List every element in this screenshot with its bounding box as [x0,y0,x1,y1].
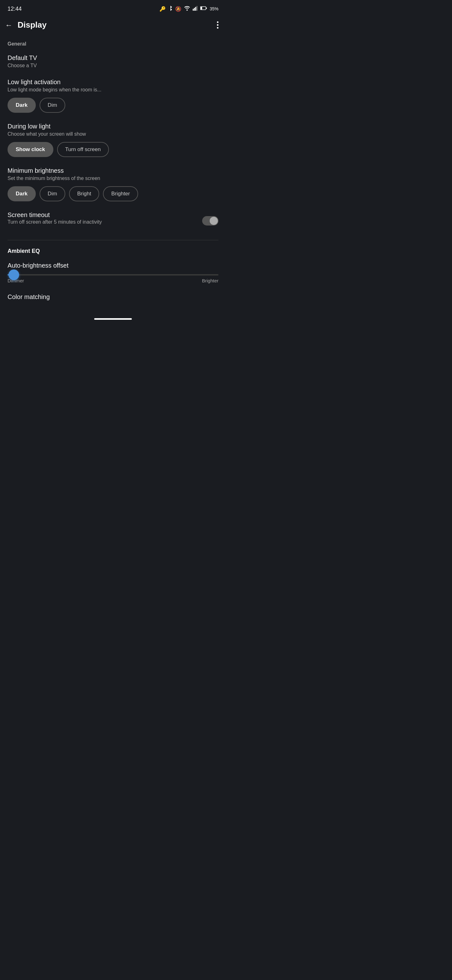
low-light-dark-button[interactable]: Dark [8,98,36,113]
slider-labels: Dimmer Brighter [8,278,219,283]
brightness-dim-button[interactable]: Dim [40,186,65,201]
general-section-label: General [8,41,219,47]
low-light-activation-buttons: Dark Dim [8,98,219,113]
color-matching-item: Color matching [8,293,219,301]
brightness-slider-container: Dimmer Brighter [8,274,219,283]
svg-rect-0 [193,9,193,11]
home-indicator[interactable] [94,318,132,320]
default-tv-title: Default TV [8,54,219,62]
minimum-brightness-title: Minimum brightness [8,167,219,174]
brightness-dark-button[interactable]: Dark [8,186,36,201]
brightness-brighter-button[interactable]: Brighter [103,186,138,201]
battery-icon [200,6,207,12]
app-header: ← Display [0,16,226,36]
auto-brightness-title: Auto-brightness offset [8,262,219,269]
content-area: General Default TV Choose a TV Low light… [0,36,226,313]
signal-icon [193,6,198,12]
bottom-nav-bar [0,313,226,323]
turn-off-screen-button[interactable]: Turn off screen [57,142,109,157]
auto-brightness-offset-item: Auto-brightness offset Dimmer Brighter [8,262,219,283]
low-light-dim-button[interactable]: Dim [40,98,65,113]
screen-timeout-subtitle: Turn off screen after 5 minutes of inact… [8,219,102,225]
minimum-brightness-buttons: Dark Dim Bright Brighter [8,186,219,201]
key-icon: 🔑 [159,6,166,12]
during-low-light-title: During low light [8,123,219,130]
slider-track [8,274,219,275]
screen-timeout-item: Screen timeout Turn off screen after 5 m… [8,212,219,230]
show-clock-button[interactable]: Show clock [8,142,53,157]
svg-rect-5 [206,8,207,9]
status-bar: 12:44 🔑 🔕 [0,0,226,16]
color-matching-title: Color matching [8,293,219,301]
status-icons: 🔑 🔕 [159,5,219,12]
svg-rect-3 [197,6,197,11]
page-title: Display [17,20,211,30]
more-options-button[interactable] [216,20,220,30]
slider-max-label: Brighter [202,278,219,283]
low-light-activation-item: Low light activation Low light mode begi… [8,78,219,113]
svg-rect-2 [195,7,196,11]
brightness-bright-button[interactable]: Bright [69,186,99,201]
section-divider [8,240,219,240]
low-light-activation-subtitle: Low light mode begins when the room is..… [8,87,219,93]
status-time: 12:44 [8,6,22,12]
wifi-icon [184,6,190,12]
screen-timeout-toggle[interactable] [202,216,219,226]
svg-rect-6 [201,7,202,10]
mute-icon: 🔕 [175,6,181,12]
low-light-activation-title: Low light activation [8,78,219,86]
during-low-light-item: During low light Choose what your screen… [8,123,219,157]
screen-timeout-text: Screen timeout Turn off screen after 5 m… [8,212,102,230]
battery-percent: 35% [210,6,219,11]
bluetooth-icon [168,5,173,12]
back-button[interactable]: ← [5,21,13,30]
screen-timeout-row: Screen timeout Turn off screen after 5 m… [8,212,219,230]
during-low-light-buttons: Show clock Turn off screen [8,142,219,157]
svg-rect-1 [194,8,195,11]
minimum-brightness-item: Minimum brightness Set the minimum brigh… [8,167,219,201]
toggle-thumb [210,217,218,225]
slider-thumb[interactable] [8,269,19,280]
minimum-brightness-subtitle: Set the minimum brightness of the screen [8,176,219,181]
screen-timeout-title: Screen timeout [8,212,102,219]
during-low-light-subtitle: Choose what your screen will show [8,131,219,137]
default-tv-subtitle: Choose a TV [8,63,219,68]
ambient-eq-section-label: Ambient EQ [8,248,219,255]
default-tv-item: Default TV Choose a TV [8,54,219,68]
